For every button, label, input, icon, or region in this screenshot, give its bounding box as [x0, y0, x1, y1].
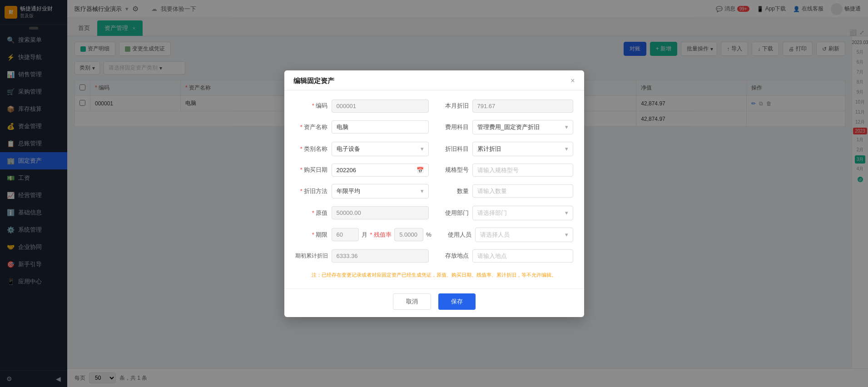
required-star: *: [312, 102, 314, 109]
cancel-button[interactable]: 取消: [393, 293, 431, 310]
dialog-note: 注：已经存在变更记录或者对应固定资产已经生成凭证，原值、购买日期、残值率、累计折…: [295, 270, 573, 282]
purchase-date-value: 202206: [337, 167, 356, 174]
expense-subject-arrow: ▾: [565, 124, 568, 130]
use-dept-arrow: ▾: [565, 209, 568, 216]
dep-method-arrow: ▾: [421, 188, 424, 194]
original-value-label: * 原值: [295, 209, 332, 217]
monthly-dep-label: 本月折旧: [440, 102, 472, 110]
storage-input[interactable]: [472, 249, 573, 263]
dialog-title: 编辑固定资产: [293, 77, 334, 85]
quantity-label: 数量: [440, 187, 472, 195]
dialog-row-2: * 资产名称 费用科目 管理费用_固定资产折旧 ▾: [295, 120, 573, 134]
category-label: * 类别名称: [295, 145, 332, 153]
use-dept-select[interactable]: 请选择部门 ▾: [472, 206, 573, 220]
purchase-date-input[interactable]: 202206 📅: [332, 164, 429, 177]
dialog-row-8: 期初累计折旧 存放地点: [295, 249, 573, 263]
use-person-placeholder: 请选择人员: [480, 231, 510, 239]
category-select[interactable]: 电子设备 ▾: [332, 142, 429, 156]
use-dept-placeholder: 请选择部门: [477, 209, 507, 217]
dep-subject-select[interactable]: 累计折旧 ▾: [472, 142, 573, 156]
dialog-overlay[interactable]: 编辑固定资产 × * 编码 本月折旧: [0, 0, 868, 387]
period-label: * 期限: [295, 231, 332, 239]
spec-model-label: 规格型号: [440, 166, 472, 174]
residual-rate-unit: %: [426, 231, 432, 238]
monthly-dep-input: [472, 99, 573, 113]
calendar-icon: 📅: [417, 167, 424, 174]
asset-name-input[interactable]: [332, 120, 429, 134]
code-input[interactable]: [332, 99, 429, 113]
dialog-row-3: * 类别名称 电子设备 ▾ 折旧科目 累计折旧 ▾: [295, 142, 573, 156]
dialog-close-btn[interactable]: ×: [570, 77, 575, 85]
category-arrow: ▾: [421, 145, 424, 152]
dialog-row-7: * 期限 月 * 残值率 % 使用人员 请选择人员 ▾: [295, 228, 573, 242]
use-person-select[interactable]: 请选择人员 ▾: [475, 228, 573, 242]
dialog-row-4: * 购买日期 202206 📅 规格型号: [295, 164, 573, 177]
expense-subject-label: 费用科目: [440, 123, 472, 131]
dialog-row-6: * 原值 使用部门 请选择部门 ▾: [295, 206, 573, 220]
period-input[interactable]: [332, 228, 359, 241]
dialog-row-5: * 折旧方法 年限平均 ▾ 数量: [295, 184, 573, 198]
residual-rate-label: * 残值率: [370, 231, 392, 239]
period-unit: 月: [362, 231, 367, 239]
dep-method-label: * 折旧方法: [295, 187, 332, 195]
code-label: * 编码: [295, 102, 332, 110]
dep-method-select[interactable]: 年限平均 ▾: [332, 184, 429, 198]
dialog-footer: 取消 保存: [284, 288, 584, 317]
dep-method-value: 年限平均: [337, 187, 360, 195]
quantity-input[interactable]: [472, 184, 573, 198]
expense-subject-select[interactable]: 管理费用_固定资产折旧 ▾: [472, 120, 573, 134]
dep-subject-arrow: ▾: [565, 145, 568, 152]
dialog-row-1: * 编码 本月折旧: [295, 99, 573, 113]
expense-subject-value: 管理费用_固定资产折旧: [477, 123, 540, 131]
save-button[interactable]: 保存: [438, 293, 476, 310]
spec-model-input[interactable]: [472, 164, 573, 177]
cumulative-dep-label: 期初累计折旧: [295, 252, 332, 260]
dep-subject-value: 累计折旧: [477, 145, 501, 153]
purchase-date-label: * 购买日期: [295, 166, 332, 174]
residual-rate-input[interactable]: [394, 228, 423, 241]
use-dept-label: 使用部门: [440, 209, 472, 217]
cumulative-dep-input[interactable]: [332, 249, 429, 263]
original-value-input[interactable]: [332, 206, 429, 219]
edit-fixed-asset-dialog: 编辑固定资产 × * 编码 本月折旧: [284, 70, 584, 317]
dialog-header: 编辑固定资产 ×: [284, 70, 584, 90]
use-person-arrow: ▾: [565, 231, 568, 238]
category-value: 电子设备: [337, 145, 360, 153]
storage-label: 存放地点: [440, 252, 472, 260]
period-group: 月 * 残值率 %: [332, 228, 432, 241]
dialog-body: * 编码 本月折旧 * 资产名称 费用科目: [284, 90, 584, 288]
dep-subject-label: 折旧科目: [440, 145, 472, 153]
use-person-label: 使用人员: [442, 231, 475, 239]
asset-name-label: * 资产名称: [295, 123, 332, 131]
